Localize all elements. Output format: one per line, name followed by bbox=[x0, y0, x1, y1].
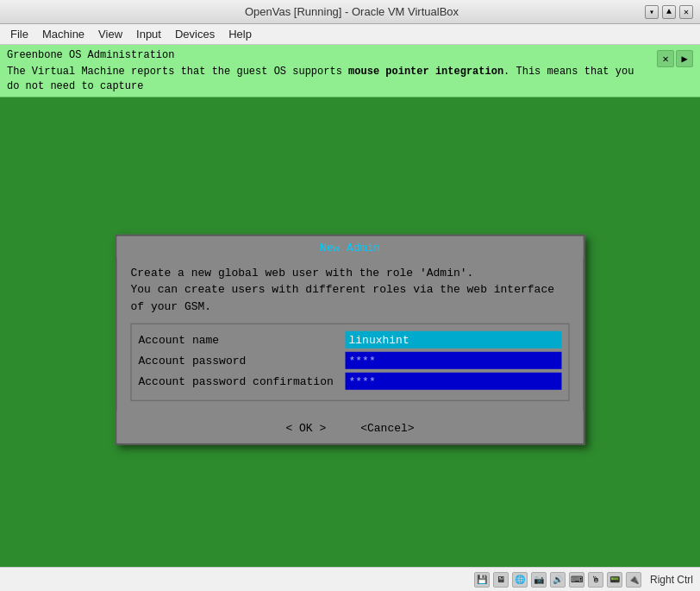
title-bar-title: OpenVas [Running] - Oracle VM VirtualBox bbox=[59, 5, 645, 18]
maximize-button[interactable]: ▲ bbox=[662, 5, 676, 19]
dialog-title: New Admin bbox=[117, 236, 584, 258]
menu-file[interactable]: File bbox=[3, 26, 35, 42]
menu-help[interactable]: Help bbox=[222, 26, 259, 42]
title-bar: OpenVas [Running] - Oracle VM VirtualBox… bbox=[0, 0, 700, 24]
status-icon-camera: 📷 bbox=[531, 572, 547, 588]
account-password-confirm-label: Account password confirmation bbox=[139, 373, 346, 390]
account-password-confirm-value[interactable]: **** bbox=[346, 373, 562, 390]
menu-bar: File Machine View Input Devices Help bbox=[0, 24, 700, 45]
status-icon-keyboard: ⌨ bbox=[569, 572, 584, 588]
account-password-value[interactable]: **** bbox=[346, 352, 562, 369]
cancel-button[interactable]: <Cancel> bbox=[360, 422, 414, 435]
dialog-buttons: < OK > <Cancel> bbox=[117, 412, 584, 443]
notification-close-icon[interactable]: ✕ bbox=[657, 50, 674, 67]
account-name-value[interactable]: linuxhint bbox=[346, 331, 562, 349]
form-row-account-password: Account password **** bbox=[139, 352, 562, 369]
dialog-desc-line1: Create a new global web user with the ro… bbox=[131, 265, 570, 282]
ok-button[interactable]: < OK > bbox=[285, 422, 326, 435]
close-button[interactable]: ✕ bbox=[679, 5, 693, 19]
notification-message: The Virtual Machine reports that the gue… bbox=[7, 66, 634, 92]
notification-close-buttons[interactable]: ✕ ▶ bbox=[657, 50, 693, 67]
vm-area: New Admin Create a new global web user w… bbox=[0, 97, 700, 582]
status-bar: 💾 🖥 🌐 📷 🔊 ⌨ 🖱 📟 🔌 Right Ctrl bbox=[0, 567, 700, 591]
status-icon-device1: 📟 bbox=[607, 572, 622, 588]
menu-input[interactable]: Input bbox=[129, 26, 168, 42]
notification-title: Greenbone OS Administration bbox=[7, 48, 650, 63]
status-icon-audio: 🔊 bbox=[550, 572, 566, 588]
dialog-desc-line3: of your GSM. bbox=[131, 299, 570, 316]
account-password-label: Account password bbox=[139, 352, 346, 369]
menu-machine[interactable]: Machine bbox=[35, 26, 91, 42]
notification-text: Greenbone OS Administration The Virtual … bbox=[7, 48, 650, 93]
form-row-account-name: Account name linuxhint bbox=[139, 331, 562, 349]
notification-arrow-icon[interactable]: ▶ bbox=[676, 50, 693, 67]
status-icon-mouse: 🖱 bbox=[588, 572, 603, 588]
notification-bar: Greenbone OS Administration The Virtual … bbox=[0, 45, 700, 97]
status-icon-hdd: 💾 bbox=[474, 572, 490, 588]
dialog-content: Create a new global web user with the ro… bbox=[117, 258, 584, 412]
form-row-account-password-confirm: Account password confirmation **** bbox=[139, 373, 562, 390]
status-icon-device2: 🔌 bbox=[626, 572, 641, 588]
menu-devices[interactable]: Devices bbox=[168, 26, 222, 42]
status-icon-network: 🌐 bbox=[512, 572, 528, 588]
right-ctrl-label: Right Ctrl bbox=[650, 574, 693, 586]
dialog: New Admin Create a new global web user w… bbox=[116, 235, 585, 446]
minimize-button[interactable]: ▾ bbox=[645, 5, 659, 19]
account-name-label: Account name bbox=[139, 331, 346, 349]
menu-view[interactable]: View bbox=[91, 26, 129, 42]
title-bar-controls[interactable]: ▾ ▲ ✕ bbox=[645, 5, 693, 19]
dialog-form: Account name linuxhint Account password … bbox=[131, 324, 570, 401]
status-icon-screen: 🖥 bbox=[493, 572, 509, 588]
dialog-desc-line2: You can create users with different role… bbox=[131, 281, 570, 299]
